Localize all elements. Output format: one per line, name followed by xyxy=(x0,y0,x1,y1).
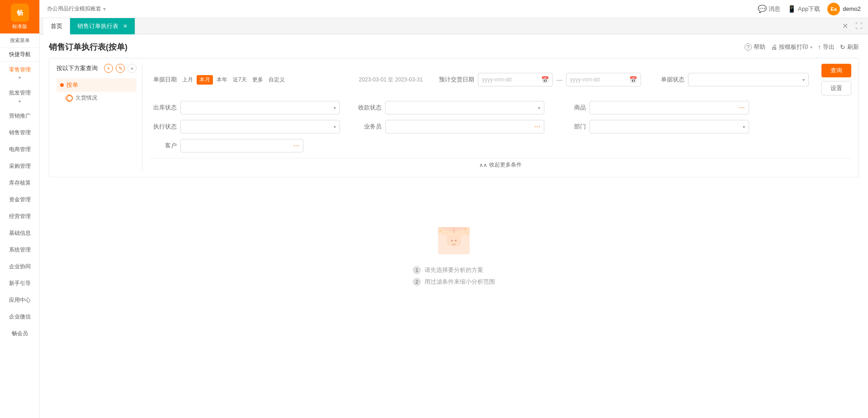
scheme-collapse-icon[interactable]: « xyxy=(127,64,137,73)
customer-more-icon[interactable]: ··· xyxy=(293,142,299,150)
topbar-message-btn[interactable]: 💬 消息 xyxy=(758,5,780,13)
tab-expand-icon[interactable]: ✕ xyxy=(840,20,850,32)
sidebar: 畅 标准版 搜索菜单 快捷导航 零售管理 ▾ 批发管理 ▴ 营销推广 销售管理 … xyxy=(0,0,40,418)
sidebar-item-finance[interactable]: 资金管理 xyxy=(0,191,39,208)
ship-status-select[interactable]: ▾ xyxy=(180,101,340,114)
scheme-add-icon[interactable]: + xyxy=(104,64,113,73)
sales-person-select[interactable]: ··· xyxy=(385,120,545,133)
tab-fullscreen-icon[interactable]: ⛶ xyxy=(854,20,864,32)
hint-num-2: 2 xyxy=(413,278,421,286)
date-range-display: 2023-03-01 至 2023-03-31 xyxy=(359,76,423,84)
refresh-icon: ↻ xyxy=(840,43,845,51)
topbar: 办公用品行业模拟账套 ▾ 💬 消息 📱 App下载 Ea demo2 xyxy=(40,0,868,18)
sub-dot-icon xyxy=(66,95,73,102)
print-button[interactable]: 🖨 按模板打印 ▾ xyxy=(771,43,812,51)
breadcrumb-dropdown-icon[interactable]: ▾ xyxy=(103,6,106,12)
dept-dropdown-icon: ▾ xyxy=(743,124,745,129)
dept-label: 部门 xyxy=(559,123,586,131)
action-buttons: 查询 设置 xyxy=(821,64,851,95)
hint-text-1: 请先选择要分析的方案 xyxy=(425,266,483,274)
sidebar-item-enterprise[interactable]: 企业协同 xyxy=(0,258,39,275)
topbar-user[interactable]: Ea demo2 xyxy=(827,3,861,15)
sidebar-item-wholesale[interactable]: 批发管理 ▴ xyxy=(0,85,39,108)
sidebar-item-basic[interactable]: 基础信息 xyxy=(0,225,39,242)
sidebar-item-operations[interactable]: 经营管理 xyxy=(0,208,39,225)
product-select[interactable]: ··· xyxy=(590,101,749,114)
receive-status-select[interactable]: ▾ xyxy=(385,101,545,114)
breadcrumb[interactable]: 办公用品行业模拟账套 ▾ xyxy=(47,5,106,13)
sidebar-item-system[interactable]: 系统管理 xyxy=(0,242,39,258)
product-more-icon[interactable]: ··· xyxy=(739,104,745,112)
search-button[interactable]: 查询 xyxy=(821,64,851,77)
sidebar-search[interactable]: 搜索菜单 xyxy=(0,33,39,48)
scheme-edit-icon[interactable]: ✎ xyxy=(116,64,125,73)
sidebar-item-sales[interactable]: 销售管理 xyxy=(0,124,39,141)
filter-scheme-panel: 按以下方案查询 + ✎ « 按单 xyxy=(57,64,142,171)
sidebar-item-member[interactable]: 畅会员 xyxy=(0,325,39,342)
date-tab-thismonth[interactable]: 本月 xyxy=(197,75,213,85)
sidebar-item-inventory[interactable]: 库存核算 xyxy=(0,175,39,191)
page-title: 销售订单执行表(按单) xyxy=(49,42,127,52)
filter-row-4: 客户 ··· xyxy=(150,139,851,152)
tab-home[interactable]: 首页 xyxy=(43,18,70,34)
ship-status-dropdown-icon: ▾ xyxy=(334,105,336,110)
expected-date-from-input[interactable]: yyyy-mm-dd 📅 xyxy=(478,73,553,86)
sales-person-more-icon[interactable]: ··· xyxy=(534,123,540,131)
date-tab-custom[interactable]: 自定义 xyxy=(267,75,287,85)
date-tab-more[interactable]: 更多 xyxy=(250,75,265,85)
avatar: Ea xyxy=(827,3,840,15)
receive-status-label: 收款状态 xyxy=(354,104,382,112)
date-field: 单据日期 上月 本月 本年 近7天 更多 自定义 xyxy=(150,75,352,85)
sidebar-quick-nav[interactable]: 快捷导航 xyxy=(0,48,39,62)
breadcrumb-text: 办公用品行业模拟账套 xyxy=(47,5,101,13)
sidebar-item-marketing[interactable]: 营销推广 xyxy=(0,108,39,124)
tabbar: 首页 销售订单执行表 ✕ ✕ ⛶ xyxy=(40,18,868,34)
empty-hints: 1 请先选择要分析的方案 2 用过滤条件来缩小分析范围 xyxy=(413,266,495,286)
sidebar-item-apps[interactable]: 应用中心 xyxy=(0,292,39,309)
sidebar-item-retail[interactable]: 零售管理 ▾ xyxy=(0,62,39,85)
date-label: 单据日期 xyxy=(150,76,177,84)
tab-sales-order-label: 销售订单执行表 xyxy=(77,22,118,30)
customer-select[interactable]: ··· xyxy=(180,139,303,152)
exec-status-select[interactable]: ▾ xyxy=(180,120,340,133)
svg-point-9 xyxy=(451,240,453,242)
sidebar-item-ecommerce[interactable]: 电商管理 xyxy=(0,141,39,158)
exec-status-dropdown-icon: ▾ xyxy=(334,124,336,129)
dept-select[interactable]: ▾ xyxy=(590,120,749,133)
tab-sales-order[interactable]: 销售订单执行表 ✕ xyxy=(70,18,135,34)
app-label: App下载 xyxy=(798,5,820,13)
tab-close-icon[interactable]: ✕ xyxy=(123,23,127,29)
date-tab-7days[interactable]: 近7天 xyxy=(231,75,249,85)
svg-point-2 xyxy=(67,95,72,101)
cal-icon-from: 📅 xyxy=(541,76,549,83)
sales-person-label: 业务员 xyxy=(354,123,382,131)
reset-button[interactable]: 设置 xyxy=(821,81,851,95)
scheme-by-order-label: 按单 xyxy=(66,81,78,89)
export-button[interactable]: ↑ 导出 xyxy=(818,43,835,51)
scheme-panel-title: 按以下方案查询 xyxy=(57,64,98,72)
date-tab-lastmonth[interactable]: 上月 xyxy=(180,75,195,85)
sidebar-item-newbie[interactable]: 新手引导 xyxy=(0,275,39,292)
logo-icon: 畅 xyxy=(11,4,29,22)
sidebar-item-wechat[interactable]: 企业微信 xyxy=(0,309,39,325)
retail-arrow: ▾ xyxy=(19,75,21,80)
filter-row-2: 出库状态 ▾ 收款状态 ▾ xyxy=(150,101,851,114)
scheme-by-order[interactable]: 按单 xyxy=(57,78,137,92)
expected-date-to-input[interactable]: yyyy-mm-dd 📅 xyxy=(566,73,641,86)
sidebar-item-purchase[interactable]: 采购管理 xyxy=(0,158,39,175)
date-tab-thisyear[interactable]: 本年 xyxy=(215,75,229,85)
sales-person-field: 业务员 ··· xyxy=(354,120,545,133)
sidebar-logo[interactable]: 畅 标准版 xyxy=(0,0,39,33)
collapse-filters-btn[interactable]: ∧∧ 收起更多条件 xyxy=(150,158,851,171)
topbar-app-download-btn[interactable]: 📱 App下载 xyxy=(788,5,820,13)
status-select[interactable]: ▾ xyxy=(688,73,809,86)
help-button[interactable]: ? 帮助 xyxy=(745,43,765,51)
dept-field: 部门 ▾ xyxy=(559,120,749,133)
svg-point-11 xyxy=(464,228,466,230)
status-dropdown-icon: ▾ xyxy=(802,77,805,82)
filter-fields: 单据日期 上月 本月 本年 近7天 更多 自定义 2023 xyxy=(142,64,851,171)
tabbar-actions: ✕ ⛶ xyxy=(840,20,864,32)
refresh-button[interactable]: ↻ 刷新 xyxy=(840,43,859,51)
scheme-owe-goods[interactable]: 欠货情况 xyxy=(57,92,137,104)
empty-state: 1 请先选择要分析的方案 2 用过滤条件来缩小分析范围 xyxy=(49,177,859,322)
